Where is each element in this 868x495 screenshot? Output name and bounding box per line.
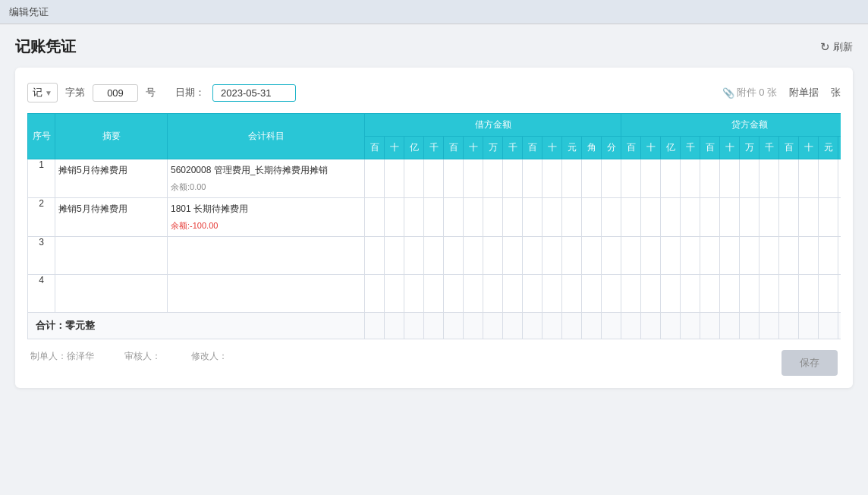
ji-select[interactable]: 记 ▼: [27, 83, 58, 102]
th-summary: 摘要: [55, 114, 168, 159]
th-d9: 百: [523, 137, 542, 159]
row2-seq: 2: [28, 198, 55, 237]
hao-label: 号: [146, 86, 156, 99]
zi-input[interactable]: [93, 84, 138, 102]
fudan-button[interactable]: 附单据: [789, 86, 819, 99]
voucher-card: 记 ▼ 字第 号 日期： 📎 附件 0 张 附单据 张: [15, 68, 853, 388]
th-credit-group: 贷方金额: [621, 114, 841, 137]
form-row: 记 ▼ 字第 号 日期： 📎 附件 0 张 附单据 张: [27, 83, 841, 102]
window: 编辑凭证 记账凭证 ↻ 刷新 记 ▼ 字第 号 日期：: [0, 0, 868, 495]
page-title: 记账凭证: [15, 36, 76, 57]
table-row: 1 摊销5月待摊费用 56020008 管理费用_长期待摊费用摊销 余额:0.0…: [28, 159, 841, 198]
row4-account[interactable]: [168, 275, 365, 313]
main-content: 记账凭证 ↻ 刷新 记 ▼ 字第 号 日期： 📎: [0, 24, 868, 495]
th-c11: 元: [819, 137, 838, 159]
th-c8: 千: [760, 137, 779, 159]
th-c7: 万: [740, 137, 760, 159]
th-d1: 百: [365, 137, 385, 159]
row4-seq: 4: [28, 275, 55, 313]
date-input[interactable]: [212, 84, 296, 102]
th-d10: 十: [542, 137, 562, 159]
th-c9: 百: [779, 137, 799, 159]
th-d7: 万: [483, 137, 503, 159]
row1-account[interactable]: 56020008 管理费用_长期待摊费用摊销 余额:0.00: [168, 159, 365, 198]
footer-row: 合计：零元整: [28, 313, 841, 339]
th-d12: 角: [582, 137, 602, 159]
th-c10: 十: [799, 137, 819, 159]
th-d2: 十: [385, 137, 404, 159]
th-d5: 百: [444, 137, 464, 159]
th-d8: 千: [503, 137, 523, 159]
refresh-icon: ↻: [820, 40, 830, 54]
th-c1: 百: [621, 137, 641, 159]
th-c4: 千: [681, 137, 700, 159]
th-d4: 千: [424, 137, 444, 159]
row1-summary[interactable]: 摊销5月待摊费用: [55, 159, 168, 198]
row4-summary[interactable]: [55, 275, 168, 313]
row2-summary[interactable]: 摊销5月待摊费用: [55, 198, 168, 237]
th-d11: 元: [562, 137, 582, 159]
clip-icon: 📎: [722, 87, 734, 99]
th-d6: 十: [464, 137, 483, 159]
th-d13: 分: [602, 137, 621, 159]
row3-account[interactable]: [168, 237, 365, 275]
row3-seq: 3: [28, 237, 55, 275]
creator-info: 制单人：徐泽华: [30, 350, 94, 376]
th-debit-group: 借方金额: [365, 114, 621, 137]
attach-link[interactable]: 📎 附件 0 张: [722, 86, 777, 99]
th-c3: 亿: [661, 137, 681, 159]
ji-value: 记: [33, 86, 42, 99]
th-c5: 百: [700, 137, 720, 159]
attach-label: 附件 0 张: [737, 86, 777, 99]
zhang-label: 张: [831, 86, 841, 99]
table-wrapper: 序号 摘要 会计科目 借方金额 贷方金额 百 十 亿 千 百 十: [27, 113, 841, 339]
th-c6: 十: [720, 137, 740, 159]
voucher-table: 序号 摘要 会计科目 借方金额 贷方金额 百 十 亿 千 百 十: [27, 113, 841, 339]
footer-total: 合计：零元整: [28, 313, 365, 339]
reviewer-info: 审核人：: [124, 350, 161, 376]
info-row: 制单人：徐泽华 审核人： 修改人： 保存: [27, 350, 841, 376]
refresh-button[interactable]: ↻ 刷新: [820, 40, 853, 54]
refresh-label: 刷新: [833, 40, 853, 54]
th-seq: 序号: [28, 114, 55, 159]
th-c2: 十: [641, 137, 661, 159]
modifier-info: 修改人：: [191, 350, 228, 376]
row3-summary[interactable]: [55, 237, 168, 275]
right-controls: 📎 附件 0 张 附单据 张: [722, 86, 841, 99]
th-d3: 亿: [404, 137, 424, 159]
zi-label: 字第: [65, 86, 85, 99]
th-c12: 角: [838, 137, 841, 159]
save-button[interactable]: 保存: [782, 350, 838, 376]
table-row: 2 摊销5月待摊费用 1801 长期待摊费用 余额:-100.00: [28, 198, 841, 237]
title-bar: 编辑凭证: [0, 0, 868, 24]
date-label: 日期：: [175, 86, 205, 99]
ji-arrow-icon: ▼: [45, 89, 52, 97]
row2-account[interactable]: 1801 长期待摊费用 余额:-100.00: [168, 198, 365, 237]
table-row: 4: [28, 275, 841, 313]
window-title: 编辑凭证: [9, 5, 49, 19]
page-header: 记账凭证 ↻ 刷新: [15, 36, 853, 57]
th-account: 会计科目: [168, 114, 365, 159]
row1-seq: 1: [28, 159, 55, 198]
table-row: 3: [28, 237, 841, 275]
